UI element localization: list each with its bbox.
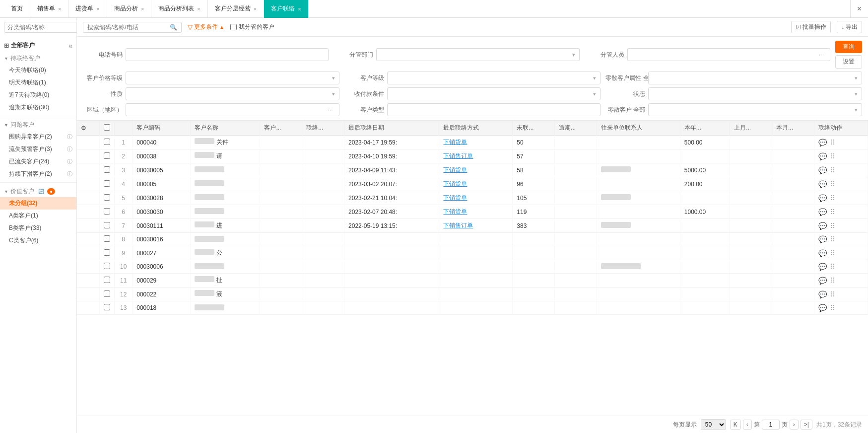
menu-icon[interactable]: ⠿ bbox=[830, 304, 835, 312]
contact-method-link[interactable]: 下销货单 bbox=[443, 166, 467, 173]
sidebar-item-tomorrow-pending[interactable]: 明天待联络(1) bbox=[0, 76, 76, 89]
tab-sales[interactable]: 销售单 × bbox=[30, 0, 68, 18]
row-checkbox[interactable] bbox=[100, 260, 115, 274]
chat-icon[interactable]: 💬 bbox=[818, 277, 827, 285]
collapse-sidebar-button[interactable]: « bbox=[68, 42, 72, 50]
row-select[interactable] bbox=[104, 208, 110, 215]
sidebar-item-overdue-pending[interactable]: 逾期未联络(30) bbox=[0, 101, 76, 114]
row-checkbox[interactable] bbox=[100, 246, 115, 260]
col-checkbox[interactable] bbox=[100, 121, 115, 136]
row-checkbox[interactable] bbox=[100, 163, 115, 177]
prev-page-button[interactable]: ‹ bbox=[743, 420, 752, 430]
page-size-select[interactable]: 50 100 200 bbox=[701, 419, 726, 430]
filter-customer-type-input[interactable] bbox=[387, 103, 601, 116]
row-select[interactable] bbox=[104, 194, 110, 201]
my-customers-checkbox-label[interactable]: 我分管的客户 bbox=[230, 23, 274, 31]
row-select[interactable] bbox=[104, 249, 110, 256]
search-button-adv[interactable]: 查询 bbox=[835, 41, 862, 53]
contact-method-link[interactable]: 下销售订单 bbox=[443, 152, 473, 159]
tab-customer-contact[interactable]: 客户联络 × bbox=[264, 0, 308, 18]
row-select[interactable] bbox=[104, 235, 110, 242]
col-settings[interactable]: ⚙ bbox=[77, 121, 100, 136]
filter-payment-dropdown[interactable]: ▾ bbox=[387, 87, 601, 100]
row-checkbox[interactable] bbox=[100, 149, 115, 163]
row-checkbox[interactable] bbox=[100, 301, 115, 315]
next-page-button[interactable]: › bbox=[790, 420, 799, 430]
tab-purchase[interactable]: 进货单 × bbox=[68, 0, 107, 18]
row-checkbox[interactable] bbox=[100, 233, 115, 246]
menu-icon[interactable]: ⠿ bbox=[830, 222, 835, 230]
search-button[interactable]: 🔍 bbox=[170, 24, 177, 31]
tab-customer-contact-close[interactable]: × bbox=[298, 6, 301, 12]
chat-icon[interactable]: 💬 bbox=[818, 180, 827, 188]
menu-icon[interactable]: ⠿ bbox=[830, 194, 835, 202]
row-select[interactable] bbox=[104, 290, 110, 297]
sidebar-item-today-pending[interactable]: 今天待联络(0) bbox=[0, 64, 76, 76]
dots-icon-person[interactable]: ··· bbox=[817, 51, 826, 58]
search-input[interactable] bbox=[87, 24, 167, 31]
chat-icon[interactable]: 💬 bbox=[818, 152, 827, 160]
first-page-button[interactable]: K bbox=[730, 420, 741, 430]
row-select[interactable] bbox=[104, 180, 110, 187]
filter-phone-input[interactable] bbox=[126, 48, 329, 61]
row-select[interactable] bbox=[104, 222, 110, 228]
page-input[interactable] bbox=[762, 420, 780, 430]
chat-icon[interactable]: 💬 bbox=[818, 194, 827, 202]
tab-product-analysis-list-close[interactable]: × bbox=[197, 6, 200, 12]
more-conditions-button[interactable]: ▽ 更多条件 ▲ bbox=[188, 23, 224, 31]
filter-status-dropdown[interactable]: ▾ bbox=[648, 87, 862, 100]
chat-icon[interactable]: 💬 bbox=[818, 208, 827, 216]
row-select[interactable] bbox=[104, 263, 110, 269]
reset-button-adv[interactable]: 设置 bbox=[835, 55, 862, 69]
filter-region-dropdown[interactable]: ··· bbox=[126, 103, 339, 116]
menu-icon[interactable]: ⠿ bbox=[830, 263, 835, 271]
tab-product-analysis-list[interactable]: 商品分析列表 × bbox=[151, 0, 207, 18]
sidebar-search-input[interactable] bbox=[4, 22, 77, 33]
menu-icon[interactable]: ⠿ bbox=[830, 290, 835, 298]
row-select[interactable] bbox=[104, 139, 110, 145]
tab-sales-close[interactable]: × bbox=[58, 6, 61, 12]
sidebar-item-churn-warning[interactable]: 流失预警客户(3) ⓘ bbox=[0, 143, 76, 155]
tab-purchase-close[interactable]: × bbox=[96, 6, 99, 12]
chat-icon[interactable]: 💬 bbox=[818, 263, 827, 271]
contact-method-link[interactable]: 下销货单 bbox=[443, 194, 467, 201]
sidebar-item-unclassified[interactable]: 未分组(32) bbox=[0, 197, 76, 210]
row-checkbox[interactable] bbox=[100, 274, 115, 288]
filter-person-dropdown[interactable]: ··· bbox=[627, 48, 830, 61]
chat-icon[interactable]: 💬 bbox=[818, 290, 827, 298]
filter-customer-level-dropdown[interactable]: ▾ bbox=[387, 72, 601, 84]
contact-method-link[interactable]: 下销货单 bbox=[443, 139, 467, 145]
sidebar-item-7days-pending[interactable]: 近7天待联络(0) bbox=[0, 89, 76, 101]
my-customers-checkbox[interactable] bbox=[230, 24, 237, 30]
row-checkbox[interactable] bbox=[100, 191, 115, 205]
select-all-checkbox[interactable] bbox=[104, 124, 110, 131]
menu-icon[interactable]: ⠿ bbox=[830, 180, 835, 188]
menu-icon[interactable]: ⠿ bbox=[830, 277, 835, 285]
batch-ops-button[interactable]: ☑ 批量操作 bbox=[791, 21, 831, 33]
row-checkbox[interactable] bbox=[100, 288, 115, 301]
tab-product-analysis[interactable]: 商品分析 × bbox=[107, 0, 151, 18]
tab-home[interactable]: 首页 bbox=[4, 0, 30, 18]
chat-icon[interactable]: 💬 bbox=[818, 249, 827, 257]
row-select[interactable] bbox=[104, 304, 110, 310]
sidebar-item-declining[interactable]: 持续下滑客户(2) ⓘ bbox=[0, 168, 76, 180]
tab-customer-segment[interactable]: 客户分层经营 × bbox=[208, 0, 264, 18]
window-close-button[interactable]: × bbox=[850, 0, 868, 18]
sidebar-item-class-c[interactable]: C类客户(6) bbox=[0, 234, 76, 247]
row-select[interactable] bbox=[104, 166, 110, 173]
tab-product-analysis-close[interactable]: × bbox=[141, 6, 144, 12]
filter-dept-dropdown[interactable]: ▾ bbox=[376, 48, 579, 61]
sidebar-item-churned[interactable]: 已流失客户(24) ⓘ bbox=[0, 155, 76, 168]
filter-retail-customer-dropdown[interactable]: ▾ bbox=[648, 103, 862, 116]
menu-icon[interactable]: ⠿ bbox=[830, 208, 835, 216]
chat-icon[interactable]: 💬 bbox=[818, 139, 827, 146]
row-checkbox[interactable] bbox=[100, 177, 115, 191]
menu-icon[interactable]: ⠿ bbox=[830, 235, 835, 243]
row-checkbox[interactable] bbox=[100, 136, 115, 149]
tab-customer-segment-close[interactable]: × bbox=[254, 6, 257, 12]
export-button[interactable]: ↓ 导出 bbox=[837, 21, 862, 33]
filter-nature-dropdown[interactable]: ▾ bbox=[126, 87, 339, 100]
row-checkbox[interactable] bbox=[100, 219, 115, 233]
chat-icon[interactable]: 💬 bbox=[818, 304, 827, 312]
row-checkbox[interactable] bbox=[100, 205, 115, 219]
